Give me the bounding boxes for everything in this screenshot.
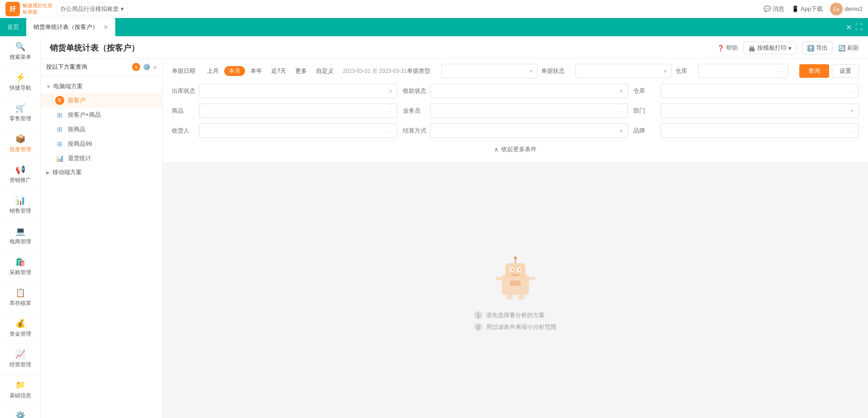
- filter-payment-status-label: 收款状态: [403, 87, 430, 95]
- customer-goods-scheme-icon: ⊞: [55, 110, 64, 119]
- tab-home[interactable]: 首页: [0, 18, 26, 36]
- sidebar-item-retail[interactable]: 🛒 零售管理: [0, 98, 40, 128]
- sidebar-item-sales[interactable]: 📊 销售管理: [0, 190, 40, 221]
- filter-cell-goods: 商品 ···: [172, 104, 397, 118]
- sidebar-item-marketing[interactable]: 📢 营销推广: [0, 159, 40, 190]
- filter-goods-label: 商品: [172, 107, 199, 115]
- tree-item-by-goods-99[interactable]: ⊞ 按商品99: [41, 137, 162, 151]
- scheme-edit-icon[interactable]: ⚙️: [143, 63, 151, 71]
- sidebar-item-ecommerce[interactable]: 💻 电商管理: [0, 221, 40, 252]
- return-stats-scheme-icon: 📊: [55, 154, 64, 163]
- filter-warehouse2-select[interactable]: ···: [660, 84, 859, 98]
- dept-chevron-icon: ▾: [851, 108, 854, 114]
- filter-warehouse-label: 仓库: [675, 67, 691, 75]
- filter-brand-input[interactable]: ···: [660, 124, 859, 138]
- svg-rect-9: [528, 277, 535, 280]
- date-tab-last7[interactable]: 近7天: [268, 66, 290, 76]
- sidebar-item-shortcut[interactable]: ⚡ 快捷导航: [0, 67, 40, 98]
- sidebar-item-wholesale[interactable]: 📦 批发管理: [0, 128, 40, 159]
- logo-icon: 好: [5, 2, 20, 16]
- export-button[interactable]: ⬆️ 导出: [802, 42, 833, 54]
- page-title: 销货单统计表（按客户）: [50, 43, 139, 53]
- date-tab-this-year[interactable]: 本年: [247, 66, 266, 76]
- tab-sales-stat[interactable]: 销货单统计表（按客户） ✕: [26, 18, 115, 36]
- tree-item-return-stats[interactable]: 📊 退货统计: [41, 151, 162, 166]
- date-tab-custom[interactable]: 自定义: [312, 66, 337, 76]
- filter-date-tabs: 上月 本月 本年 近7天 更多 自定义 2023-03-01 至 2023-03…: [203, 66, 407, 76]
- filter-order-type-select[interactable]: ▾: [441, 64, 538, 78]
- logo-text: 畅捷通好生意 标准版: [23, 3, 52, 14]
- tree-group-mobile-header[interactable]: ▶ 移动端方案: [41, 166, 162, 179]
- filter-salesperson-input[interactable]: ···: [430, 104, 628, 118]
- filter-order-status-select[interactable]: ▾: [576, 64, 672, 78]
- scheme-title: 按以下方案查询: [46, 63, 87, 71]
- tree-group-desktop-header[interactable]: ▼ 电脑端方案: [41, 80, 162, 93]
- filter-row-3: 商品 ··· 业务员 ···: [172, 104, 859, 118]
- topbar-right: 💬 消息 📱 App下载 Ea demo2: [764, 3, 863, 15]
- tree-item-by-customer-goods[interactable]: ⊞ 按客户+商品: [41, 108, 162, 122]
- filter-recipient-input[interactable]: ···: [199, 124, 397, 138]
- tab-close-icon[interactable]: ✕: [104, 24, 108, 30]
- app-selector[interactable]: 办公用品行业模拟账套 ▾: [56, 3, 128, 15]
- date-tab-prev-month[interactable]: 上月: [203, 66, 222, 76]
- filter-row-date: 单据日期 上月 本月 本年 近7天 更多 自定义 2023-03-01 至 20…: [172, 64, 859, 78]
- svg-point-7: [514, 256, 517, 259]
- date-tab-more[interactable]: 更多: [292, 66, 311, 76]
- tree-item-by-customer[interactable]: 客 按客户: [41, 93, 162, 108]
- svg-rect-8: [495, 277, 502, 280]
- filter-dept-label: 部门: [633, 107, 660, 115]
- tree-group-mobile: ▶ 移动端方案: [41, 166, 162, 179]
- tabbar: 首页 销货单统计表（按客户） ✕ ✕ ⛶: [0, 18, 868, 36]
- filter-payment-status-select[interactable]: ▾: [430, 84, 628, 98]
- help-button[interactable]: ❓ 帮助: [717, 44, 738, 52]
- date-tab-this-month[interactable]: 本月: [224, 66, 245, 76]
- sidebar-item-purchase[interactable]: 🛍️ 采购管理: [0, 252, 40, 282]
- export-icon: ⬆️: [807, 45, 814, 52]
- print-button[interactable]: 🖨️ 按模板打印 ▾: [743, 42, 797, 54]
- refresh-button[interactable]: 🔄 刷新: [838, 44, 859, 52]
- filter-area: 单据日期 上月 本月 本年 近7天 更多 自定义 2023-03-01 至 20…: [163, 58, 868, 163]
- sidebar-item-basic[interactable]: 📁 基础信息: [0, 375, 40, 405]
- filter-cell-payment: 收款状态 ▾: [403, 84, 628, 98]
- tab-window-controls: ✕ ⛶: [846, 23, 863, 32]
- message-button[interactable]: 💬 消息: [764, 5, 784, 13]
- filter-warehouse2-label: 仓库: [633, 87, 660, 95]
- sidebar-item-operations[interactable]: 📈 经营管理: [0, 344, 40, 375]
- close-window-icon[interactable]: ✕: [846, 23, 852, 32]
- tree-item-by-goods[interactable]: ⊞ 按商品: [41, 122, 162, 137]
- collapse-bar[interactable]: ∧ 收起更多条件: [172, 142, 859, 157]
- message-icon: 💬: [764, 5, 771, 12]
- filter-dept-select[interactable]: ▾: [660, 104, 859, 118]
- filter-cell-recipient: 收货人 ···: [172, 124, 397, 138]
- maximize-window-icon[interactable]: ⛶: [855, 23, 863, 32]
- download-icon: 📱: [792, 5, 799, 12]
- scheme-collapse-icon[interactable]: «: [153, 63, 157, 71]
- sidebar-item-inventory[interactable]: 📋 库存核算: [0, 282, 40, 313]
- settings-button[interactable]: 设置: [832, 64, 859, 78]
- sidebar-item-search[interactable]: 🔍 搜索菜单: [0, 36, 40, 67]
- scheme-panel: 按以下方案查询 + ⚙️ « ▼ 电脑端方案: [41, 58, 163, 418]
- sidebar-item-system[interactable]: ⚙️ 系统管理: [0, 405, 40, 418]
- sidebar-item-finance[interactable]: 💰 资金管理: [0, 313, 40, 344]
- user-menu[interactable]: Ea demo2: [830, 3, 863, 15]
- print-icon: 🖨️: [748, 45, 755, 52]
- filter-goods-input[interactable]: ···: [199, 104, 397, 118]
- filter-stock-status-select[interactable]: ▾: [199, 84, 397, 98]
- empty-tip-1: 1 请先选择要分析的方案: [474, 311, 557, 319]
- filter-warehouse-select[interactable]: ···: [698, 64, 788, 78]
- query-button[interactable]: 查询: [799, 64, 829, 78]
- scheme-add-icon[interactable]: +: [132, 63, 140, 71]
- content-area: 销货单统计表（按客户） ❓ 帮助 🖨️ 按模板打印 ▾ ⬆️ 导出 🔄 刷新: [41, 36, 868, 418]
- sales-stat-tab-label: 销货单统计表（按客户）: [33, 23, 98, 31]
- refresh-icon: 🔄: [838, 45, 845, 52]
- filter-settlement-select[interactable]: ▾: [430, 124, 628, 138]
- print-chevron-icon: ▾: [788, 45, 792, 52]
- home-tab-label: 首页: [7, 23, 19, 31]
- empty-illustration: [488, 250, 542, 304]
- app-download-button[interactable]: 📱 App下载: [792, 5, 823, 13]
- salesperson-dots-icon: ···: [618, 108, 623, 114]
- right-panel: 单据日期 上月 本月 本年 近7天 更多 自定义 2023-03-01 至 20…: [163, 58, 868, 418]
- shortcut-icon: ⚡: [15, 72, 25, 82]
- ecommerce-icon: 💻: [15, 226, 25, 236]
- filter-stock-status-label: 出库状态: [172, 87, 199, 95]
